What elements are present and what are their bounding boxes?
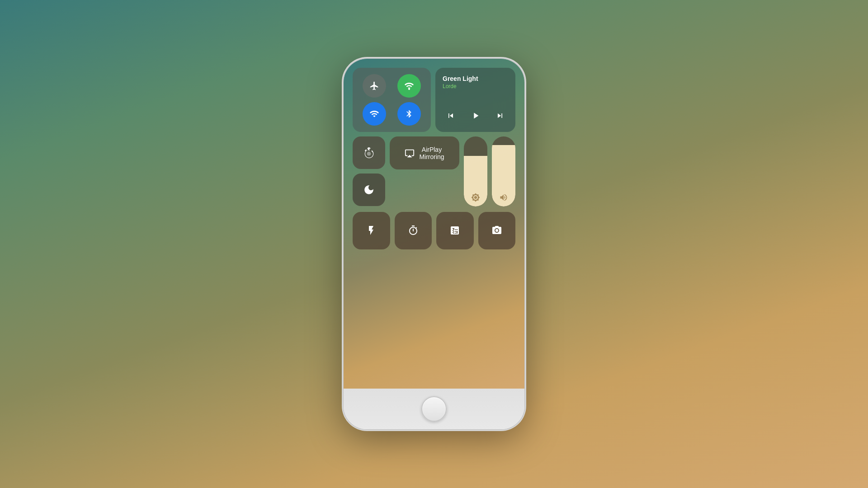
home-button[interactable]: [421, 396, 447, 422]
brightness-slider[interactable]: [464, 136, 487, 206]
connectivity-panel: [353, 68, 431, 132]
now-playing-info: Green Light Lorde: [443, 75, 508, 89]
volume-fill: [492, 145, 515, 206]
shortcuts-row: [353, 212, 515, 249]
svg-point-0: [408, 89, 410, 90]
brightness-fill: [464, 156, 487, 206]
calculator-icon: [449, 225, 460, 236]
utility-column: [353, 136, 385, 206]
top-row: Green Light Lorde: [353, 68, 515, 132]
row2: AirPlay Mirroring: [353, 136, 515, 206]
airplay-icon: [405, 148, 415, 158]
scene: Green Light Lorde: [0, 0, 868, 488]
airplay-mirroring-button[interactable]: AirPlay Mirroring: [390, 136, 459, 169]
flashlight-icon: [366, 225, 377, 236]
control-center-panel: Green Light Lorde: [353, 59, 515, 389]
do-not-disturb-button[interactable]: [353, 174, 385, 206]
song-title: Green Light: [443, 75, 508, 82]
sliders-container: [464, 136, 515, 206]
iphone-device: Green Light Lorde: [344, 59, 524, 429]
volume-icon: [499, 193, 508, 202]
timer-button[interactable]: [395, 212, 432, 249]
calculator-button[interactable]: [436, 212, 474, 249]
airplane-mode-button[interactable]: [363, 74, 386, 98]
svg-point-1: [495, 229, 498, 232]
brightness-icon: [471, 193, 480, 202]
camera-icon: [491, 225, 502, 236]
now-playing-controls: [443, 109, 508, 125]
airplay-label-line2: Mirroring: [419, 153, 444, 160]
previous-track-button[interactable]: [443, 109, 459, 124]
flashlight-button[interactable]: [353, 212, 390, 249]
airplay-label-line1: AirPlay: [419, 146, 444, 153]
artist-name: Lorde: [443, 83, 508, 89]
volume-slider[interactable]: [492, 136, 515, 206]
bluetooth-button[interactable]: [397, 102, 421, 126]
wifi-button[interactable]: [363, 102, 386, 126]
rotation-lock-button[interactable]: [353, 136, 385, 169]
now-playing-panel: Green Light Lorde: [435, 68, 515, 132]
iphone-screen: Green Light Lorde: [344, 59, 524, 389]
camera-button[interactable]: [478, 212, 516, 249]
home-button-area: [344, 389, 524, 429]
cellular-button[interactable]: [397, 74, 421, 98]
timer-icon: [408, 225, 419, 236]
airplay-label: AirPlay Mirroring: [419, 146, 444, 160]
play-pause-button[interactable]: [467, 109, 484, 125]
middle-column: AirPlay Mirroring: [390, 136, 459, 206]
next-track-button[interactable]: [492, 109, 508, 124]
